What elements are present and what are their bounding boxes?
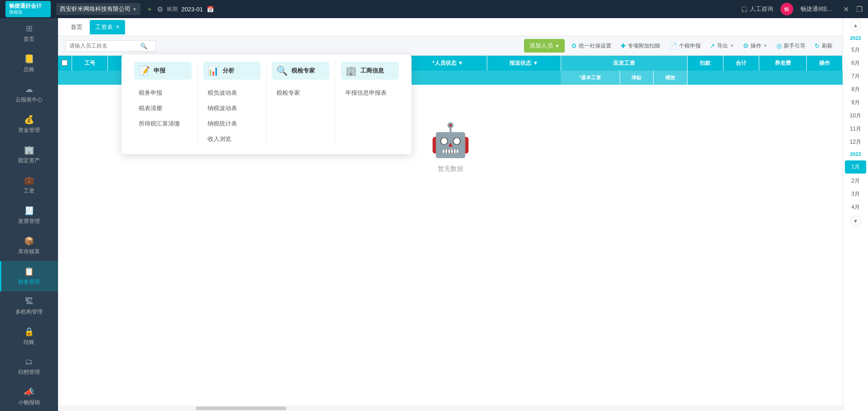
section-business-header: 🏢 工商信息: [341, 62, 399, 80]
col-total: 合计: [723, 56, 759, 71]
sidebar-label-funds: 资金管理: [18, 126, 40, 134]
month-11[interactable]: 11月: [843, 122, 868, 135]
period-value[interactable]: 2023-01: [181, 6, 203, 13]
funds-icon: 💰: [24, 115, 34, 125]
restore-icon[interactable]: ❐: [856, 5, 863, 14]
month-4[interactable]: 4月: [843, 201, 868, 214]
month-10[interactable]: 10月: [843, 109, 868, 122]
add-icon[interactable]: ＋: [146, 5, 153, 14]
menu-tax-payment[interactable]: 纳税波动表: [203, 101, 261, 116]
tab-bar: 首页 工资表 ✕: [58, 18, 843, 36]
multi-org-icon: 🏗: [25, 297, 33, 306]
select-all-checkbox[interactable]: [62, 60, 68, 66]
person-status-filter-icon: ▼: [458, 60, 463, 66]
sidebar-item-inventory[interactable]: 📦 库存核算: [0, 231, 58, 261]
dropdown-section-declaration: 📝 申报 税务申报 税表清册 所得税汇算清缴: [129, 62, 198, 147]
col-person-status[interactable]: *人员状态 ▼: [409, 56, 487, 71]
tab-salary-label: 工资表: [95, 23, 113, 31]
sidebar-item-xiao-chang[interactable]: 📣 小畅报销: [0, 382, 58, 411]
top-bar-right: 🎧 人工咨询 畅 畅捷通8组... ✕ ❐: [741, 3, 863, 15]
col-report-status[interactable]: 报送状态 ▼: [487, 56, 561, 71]
logo-name: 畅捷通好会计: [9, 3, 42, 9]
month-12[interactable]: 12月: [843, 135, 868, 149]
date-panel: ▲ 2022 5月 6月 7月 8月 9月 10月 11月 12月 2023 1…: [843, 18, 868, 411]
sidebar-label-cloud: 云报表中心: [15, 96, 43, 104]
sidebar-item-multi-org[interactable]: 🏗 多机构管理: [0, 291, 58, 321]
salary-icon: 💼: [24, 175, 34, 185]
month-8[interactable]: 8月: [843, 83, 868, 96]
toolbar: 🔍 添加人员 ▼ ⚙ 统一社保设置 ✚ 专项附加扣除 📄 个税申报: [58, 36, 843, 56]
section-declaration-header: 📝 申报: [134, 62, 192, 80]
sidebar-item-closing[interactable]: 🔒 结账: [0, 321, 58, 352]
new-guide-action[interactable]: ◎ 新手引导: [774, 40, 808, 52]
sidebar-item-archive[interactable]: 🗂 归档管理: [0, 352, 58, 382]
sidebar-label-invoice: 发票管理: [18, 218, 40, 225]
tab-home-label: 首页: [71, 23, 82, 31]
avatar: 畅: [781, 3, 793, 15]
month-7[interactable]: 7月: [843, 70, 868, 83]
scrollbar-area[interactable]: [58, 406, 843, 411]
tab-close-icon[interactable]: ✕: [116, 24, 120, 30]
sidebar-label-tax: 税务管理: [18, 278, 40, 286]
tax-return-icon: 📄: [669, 42, 677, 49]
date-nav-up[interactable]: ▲: [850, 20, 861, 31]
year-label-2022: 2022: [843, 33, 868, 44]
search-input[interactable]: [69, 43, 137, 49]
home-icon: ⊞: [26, 24, 33, 34]
sidebar-item-invoice[interactable]: 🧾 发票管理: [0, 200, 58, 231]
operations-action[interactable]: ⚙ 操作 ▼: [740, 40, 770, 52]
support-button[interactable]: 🎧 人工咨询: [741, 5, 773, 13]
month-1[interactable]: 1月: [845, 160, 866, 174]
archive-icon: 🗂: [25, 357, 33, 367]
sidebar-item-cloud-report[interactable]: ☁ 云报表中心: [0, 79, 58, 109]
refresh-action[interactable]: ↻ 刷新: [812, 40, 835, 52]
menu-tax-burden[interactable]: 税负波动表: [203, 85, 261, 101]
scroll-thumb[interactable]: [196, 406, 286, 410]
export-action[interactable]: ↗ 导出 ▼: [707, 40, 737, 52]
sidebar-item-tax[interactable]: 📋 税务管理: [0, 261, 58, 291]
company-selector[interactable]: 西安虾米网络科技有限公司 ▼: [56, 3, 141, 15]
logo: 畅捷通好会计 旗舰版: [5, 1, 51, 17]
menu-income-browse[interactable]: 收入浏览: [203, 131, 261, 147]
sidebar-item-home[interactable]: ⊞ 首页: [0, 18, 58, 48]
sidebar-item-ledger[interactable]: 📒 总账: [0, 48, 58, 79]
sidebar-item-funds[interactable]: 💰 资金管理: [0, 109, 58, 140]
col-checkbox[interactable]: [58, 56, 72, 71]
business-title: 工商信息: [360, 67, 384, 75]
menu-tax-stats[interactable]: 纳税统计表: [203, 116, 261, 131]
date-nav-down[interactable]: ▼: [850, 216, 861, 227]
tab-home[interactable]: 首页: [65, 20, 88, 34]
tab-salary[interactable]: 工资表 ✕: [90, 20, 125, 34]
special-icon: ✚: [621, 42, 626, 49]
menu-tax-filing[interactable]: 税务申报: [134, 85, 192, 101]
calendar-icon[interactable]: 📅: [207, 6, 214, 13]
user-name[interactable]: 畅捷通8组...: [800, 5, 832, 13]
social-insurance-action[interactable]: ⚙ 统一社保设置: [568, 40, 614, 52]
close-icon[interactable]: ✕: [843, 5, 849, 14]
menu-annual-report[interactable]: 年报信息申报表: [341, 85, 399, 101]
dropdown-section-analysis: 📊 分析 税负波动表 纳税波动表 纳税统计表 收入浏览: [198, 62, 267, 147]
company-name: 西安虾米网络科技有限公司: [60, 5, 131, 13]
cloud-icon: ☁: [25, 84, 33, 94]
declaration-icon: 📝: [139, 65, 150, 76]
xiao-chang-icon: 📣: [24, 387, 34, 397]
month-2[interactable]: 2月: [843, 174, 868, 188]
menu-tax-form[interactable]: 税表清册: [134, 101, 192, 116]
month-3[interactable]: 3月: [843, 188, 868, 201]
menu-income-tax-calc[interactable]: 所得税汇算清缴: [134, 116, 192, 131]
menu-tax-expert[interactable]: 税检专家: [272, 85, 330, 101]
search-box[interactable]: 🔍: [65, 40, 156, 52]
add-person-button[interactable]: 添加人员 ▼: [524, 39, 565, 53]
tax-return-action[interactable]: 📄 个税申报: [667, 40, 703, 52]
month-9[interactable]: 9月: [843, 96, 868, 109]
sidebar: ⊞ 首页 📒 总账 ☁ 云报表中心 💰 资金管理 🏢 固定资产 💼 工资 🧾 发…: [0, 18, 58, 411]
col-operations: 操作: [806, 56, 842, 71]
month-5[interactable]: 5月: [843, 44, 868, 57]
sub-col-performance: 绩效: [654, 71, 688, 85]
special-deduction-action[interactable]: ✚ 专项附加扣除: [618, 40, 663, 52]
sidebar-item-salary[interactable]: 💼 工资: [0, 170, 58, 200]
chevron-down-icon: ▼: [132, 7, 137, 12]
sidebar-item-fixed-assets[interactable]: 🏢 固定资产: [0, 140, 58, 170]
month-6[interactable]: 6月: [843, 57, 868, 70]
settings-icon[interactable]: ⚙: [157, 5, 163, 14]
